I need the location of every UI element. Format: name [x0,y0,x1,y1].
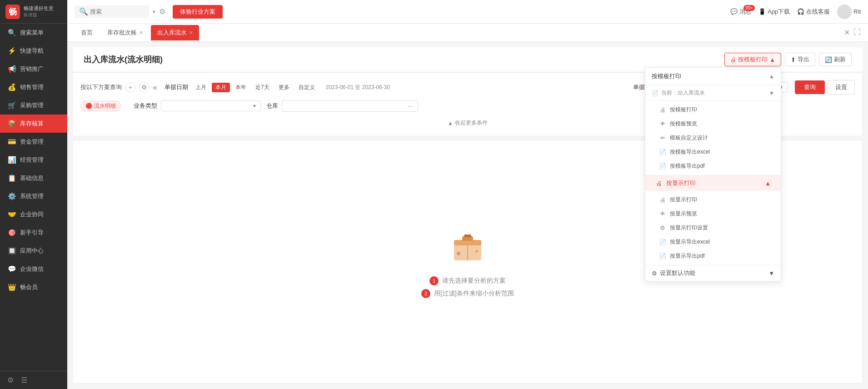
biz-type-select[interactable]: ▾ [161,100,261,111]
logo-icon: 畅 [5,5,20,19]
date-opt-7days[interactable]: 近7天 [252,83,273,92]
date-opt-this-month[interactable]: 本月 [212,83,230,92]
sidebar-item-marketing[interactable]: 📢 营销推广 [0,60,67,78]
quick-nav-icon: ⚡ [7,46,16,55]
sidebar-item-guide[interactable]: 🎯 新手引导 [0,224,67,242]
tab-flow-close[interactable]: × [190,30,193,36]
display-pdf-icon: 📄 [659,253,666,260]
template-icon: 📄 [652,90,658,96]
date-opt-more[interactable]: 更多 [275,83,293,92]
sidebar-item-member[interactable]: 👑 畅会员 [0,278,67,296]
cooperation-icon: 🤝 [7,210,16,219]
date-range-value: 2023-06-01 至 2023-06-30 [326,84,390,91]
export-btn[interactable]: ⬆ 导出 [785,53,815,66]
footer-menu-icon[interactable]: ☰ [21,376,27,384]
sidebar-item-wechat[interactable]: 💬 企业微信 [0,260,67,278]
template-design-label: 模板自定义设计 [670,134,708,142]
sidebar-item-finance[interactable]: 💳 资金管理 [0,133,67,151]
window-expand-icon[interactable]: ⛶ [853,28,861,37]
date-opt-this-year[interactable]: 本年 [232,83,250,92]
marketing-icon: 📢 [7,65,16,74]
current-template-chevron[interactable]: ▼ [769,90,774,96]
window-close-icon[interactable]: ✕ [844,28,850,37]
display-settings-icon: ⚙ [659,224,666,232]
dropdown-item-display-pdf[interactable]: 📄 按显示导出pdf [645,249,781,263]
topbar-search-box[interactable]: 🔍 [75,5,149,18]
dropdown-item-template-design[interactable]: ✏ 模板自定义设计 [645,131,781,145]
display-section-chevron-up[interactable]: ▲ [765,180,771,187]
query-section: 查询 设置 [795,80,855,95]
sidebar-item-purchase[interactable]: 🛒 采购管理 [0,96,67,115]
dropdown-item-display-settings[interactable]: ⚙ 按显示打印设置 [645,221,781,235]
print-btn[interactable]: 🖨 按模板打印 ▲ [724,53,781,66]
app-logo: 畅 畅捷通好生意 标准版 [0,0,67,24]
date-opt-custom[interactable]: 自定义 [295,83,319,92]
dropdown-close-chevron[interactable]: ▲ [769,73,774,80]
warehouse-more-icon[interactable]: ··· [408,102,413,110]
warehouse-label: 仓库 [266,102,278,110]
topbar-chevron-icon[interactable]: ▾ [153,9,155,15]
topbar-gear-icon[interactable]: ⚙ [159,7,165,16]
tab-flow[interactable]: 出入库流水 × [151,25,199,40]
user-group[interactable]: Rit [837,5,861,19]
sidebar-item-system[interactable]: ⚙️ 系统管理 [0,187,67,205]
dropdown-item-display-print[interactable]: 🖨 按显示打印 [645,193,781,207]
dropdown-item-template-print[interactable]: 🖨 按模板打印 [645,103,781,117]
display-excel-label: 按显示导出excel [670,238,710,246]
page-header: 出入库流水(流水明细) 🖨 按模板打印 ▲ 按模板打印 ▲ [73,47,863,72]
sidebar-item-search[interactable]: 🔍 搜索菜单 [0,24,67,42]
dropdown-item-display-excel[interactable]: 📄 按显示导出excel [645,235,781,249]
dropdown-item-template-pdf[interactable]: 📄 按模板导出pdf [645,159,781,173]
sidebar-label-guide: 新手引导 [20,229,44,237]
biz-type-field: 业务类型 ▾ [134,100,261,111]
filter-settings-btn[interactable]: ⚙ [139,82,149,92]
app-center-icon: 🔲 [7,246,16,255]
sidebar-item-operation[interactable]: 📊 经营管理 [0,151,67,169]
filter-collapse-icon[interactable]: « [153,83,157,92]
print-btn-chevron-up: ▲ [769,56,775,63]
dropdown-item-template-preview[interactable]: 👁 按模板预览 [645,117,781,131]
warehouse-select[interactable]: ··· [282,100,418,112]
tab-batch-account[interactable]: 库存批次账 × [101,25,149,40]
filter-add-btn[interactable]: + [125,82,135,92]
service-group[interactable]: 🎧 在线客服 [797,8,830,16]
refresh-btn[interactable]: 🔄 刷新 [819,53,852,66]
template-design-icon: ✏ [659,135,666,142]
filter-tag-icon: 🔴 [85,103,92,109]
sidebar-label-purchase: 采购管理 [20,101,44,110]
template-excel-icon: 📄 [659,149,666,156]
tab-home[interactable]: 首页 [75,25,99,40]
search-input[interactable] [90,8,145,15]
sidebar-label-wechat: 企业微信 [20,265,44,273]
footer-chevron[interactable]: ▼ [768,270,774,277]
dropdown-item-display-preview[interactable]: 👁 按显示预览 [645,207,781,221]
settings-btn[interactable]: 设置 [828,80,855,95]
sidebar-item-basic[interactable]: 📋 基础信息 [0,169,67,187]
date-opt-last-month[interactable]: 上月 [192,83,210,92]
sidebar: 畅 畅捷通好生意 标准版 🔍 搜索菜单 ⚡ 快捷导航 📢 营销推广 💰 销售管理… [0,0,67,389]
sidebar-item-quick-nav[interactable]: ⚡ 快捷导航 [0,42,67,60]
dropdown-item-template-excel[interactable]: 📄 按模板导出excel [645,145,781,159]
display-preview-label: 按显示预览 [670,210,697,218]
filter-tag[interactable]: 🔴 流水明细 [80,101,121,111]
query-btn[interactable]: 查询 [795,80,825,94]
display-print-label: 按显示打印 [670,196,697,204]
sidebar-item-inventory[interactable]: 📦 库存核算 [0,115,67,133]
sidebar-label-marketing: 营销推广 [20,65,44,73]
purchase-icon: 🛒 [7,101,16,110]
sidebar-label-app-center: 应用中心 [20,247,44,255]
sidebar-item-app-center[interactable]: 🔲 应用中心 [0,242,67,260]
printer-icon: 🖨 [730,56,736,63]
app-download-group[interactable]: 📱 App下载 [758,8,790,16]
sidebar-item-sales[interactable]: 💰 销售管理 [0,78,67,96]
tab-batch-close[interactable]: × [140,30,143,36]
filter-tag-label: 流水明细 [94,102,116,110]
collapse-label: 收起更多条件 [455,119,488,127]
display-print-icon: 🖨 [659,196,666,204]
footer-settings-icon[interactable]: ⚙ [7,376,14,384]
message-group[interactable]: 💬 消息 99+ [730,8,751,16]
dropdown-section2-header[interactable]: 🖨 按显示打印 ▲ [645,175,781,191]
sidebar-item-cooperation[interactable]: 🤝 企业协同 [0,205,67,224]
dropdown-footer[interactable]: ⚙ 设置默认功能 ▼ [645,265,781,281]
industry-btn[interactable]: 体验行业方案 [173,5,223,19]
